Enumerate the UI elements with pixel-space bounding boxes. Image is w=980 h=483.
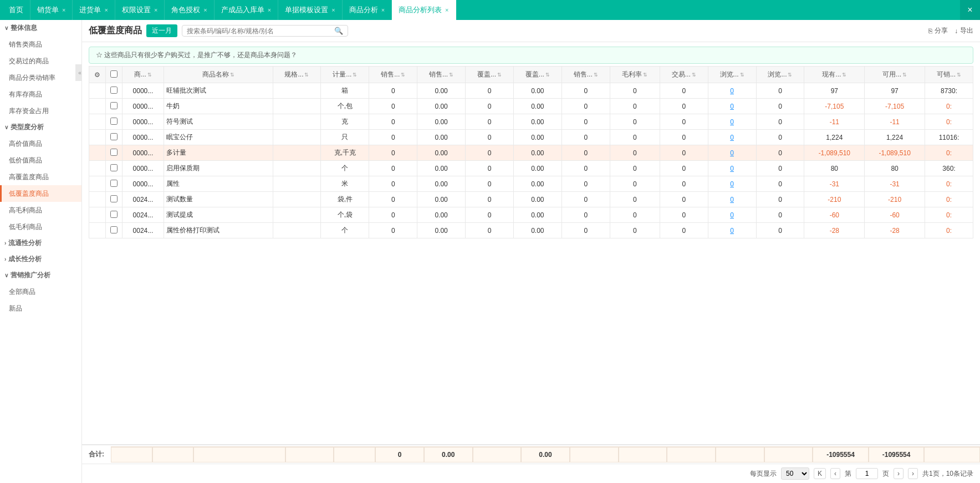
row-checkbox[interactable] [110, 180, 118, 187]
nav-tab-analysis-list[interactable]: 商品分析列表 × [392, 0, 456, 20]
last-page-button[interactable]: › [908, 468, 918, 479]
browse1-cell[interactable]: 0 [708, 83, 756, 99]
sidebar-section-flow[interactable]: › 流通性分析 [0, 235, 81, 251]
close-icon[interactable]: × [268, 7, 271, 13]
saleable-col-header[interactable]: 可销...⇅ [925, 67, 973, 83]
nav-tab-template[interactable]: 单据模板设置 × [278, 0, 342, 20]
browse2-col-header[interactable]: 浏览...⇅ [756, 67, 804, 83]
settings-icon[interactable]: ⚙ [94, 71, 100, 79]
sidebar-item-low-profit[interactable]: 低毛利商品 [0, 218, 81, 235]
available-col-header[interactable]: 可用...⇅ [865, 67, 925, 83]
close-icon[interactable]: × [381, 7, 385, 13]
checkbox-cell[interactable] [106, 207, 122, 223]
nav-tab-purchase[interactable]: 进货单 × [73, 0, 115, 20]
sidebar-section-marketing[interactable]: ∨ 营销推广分析 [0, 267, 81, 283]
row-checkbox[interactable] [110, 226, 118, 233]
settings-col-header[interactable]: ⚙ [89, 67, 106, 83]
close-icon[interactable]: × [203, 7, 207, 13]
spec-col-header[interactable]: 规格...⇅ [273, 67, 321, 83]
search-input[interactable] [187, 27, 332, 35]
sidebar-item-traded-goods[interactable]: 交易过的商品 [0, 53, 81, 69]
current-col-header[interactable]: 现有...⇅ [804, 67, 865, 83]
sidebar-section-type[interactable]: ∨ 类型度分析 [0, 119, 81, 135]
sidebar-item-new-goods[interactable]: 新品 [0, 300, 81, 317]
coverage2-col-header[interactable]: 覆盖...⇅ [513, 67, 562, 83]
browse1-cell[interactable]: 0 [708, 145, 756, 161]
sales-extra-col-header[interactable]: 销售...⇅ [562, 67, 610, 83]
first-page-button[interactable]: K [814, 468, 826, 479]
code-col-header[interactable]: 商...⇅ [122, 67, 164, 83]
sales-amount-col-header[interactable]: 销售...⇅ [417, 67, 466, 83]
sidebar-section-growth[interactable]: › 成长性分析 [0, 251, 81, 267]
sidebar-item-capital-usage[interactable]: 库存资金占用 [0, 103, 81, 119]
checkbox-col-header[interactable] [106, 67, 122, 83]
browse1-cell[interactable]: 0 [708, 130, 756, 145]
close-icon[interactable]: × [331, 7, 335, 13]
sidebar-item-low-value[interactable]: 低价值商品 [0, 152, 81, 169]
close-icon[interactable]: × [445, 7, 448, 13]
checkbox-cell[interactable] [106, 223, 122, 238]
select-all-checkbox[interactable] [110, 70, 118, 78]
checkbox-cell[interactable] [106, 99, 122, 114]
export-button[interactable]: ↓ 导出 [955, 26, 973, 35]
sidebar-section-overall[interactable]: ∨ 整体信息 [0, 20, 81, 36]
row-checkbox[interactable] [110, 164, 118, 171]
unit-col-header[interactable]: 计量...⇅ [321, 67, 369, 83]
row-checkbox[interactable] [110, 211, 118, 218]
window-close-button[interactable]: × [960, 0, 980, 20]
row-checkbox[interactable] [110, 118, 118, 125]
browse1-col-header[interactable]: 浏览...⇅ [708, 67, 756, 83]
browse1-cell[interactable]: 0 [708, 207, 756, 223]
sidebar-item-all-goods[interactable]: 全部商品 [0, 283, 81, 300]
checkbox-cell[interactable] [106, 130, 122, 145]
trade-col-header[interactable]: 交易...⇅ [660, 67, 708, 83]
browse1-cell[interactable]: 0 [708, 114, 756, 130]
browse1-cell[interactable]: 0 [708, 161, 756, 176]
close-icon[interactable]: × [62, 7, 65, 13]
close-icon[interactable]: × [154, 7, 157, 13]
sidebar-item-sales-goods[interactable]: 销售类商品 [0, 36, 81, 53]
page-input[interactable] [856, 468, 878, 479]
coverage1-col-header[interactable]: 覆盖...⇅ [466, 67, 514, 83]
checkbox-cell[interactable] [106, 83, 122, 99]
browse1-cell[interactable]: 0 [708, 99, 756, 114]
gross-rate-col-header[interactable]: 毛利率⇅ [610, 67, 660, 83]
browse1-cell[interactable]: 0 [708, 192, 756, 207]
checkbox-cell[interactable] [106, 145, 122, 161]
prev-page-button[interactable]: ‹ [830, 468, 840, 479]
row-checkbox[interactable] [110, 133, 118, 140]
per-page-select[interactable]: 50 20 100 [781, 467, 809, 480]
share-button[interactable]: ⎘ 分享 [928, 26, 948, 35]
nav-tab-role[interactable]: 角色授权 × [165, 0, 214, 20]
browse1-cell[interactable]: 0 [708, 176, 756, 192]
name-col-header[interactable]: 商品名称⇅ [164, 67, 273, 83]
row-checkbox[interactable] [110, 149, 118, 156]
search-icon[interactable]: 🔍 [334, 27, 343, 35]
gross-rate-cell: 0 [610, 223, 660, 238]
browse1-cell[interactable]: 0 [708, 223, 756, 238]
sidebar-item-low-coverage[interactable]: 低覆盖度商品 [0, 185, 81, 202]
sidebar-item-high-profit[interactable]: 高毛利商品 [0, 202, 81, 218]
checkbox-cell[interactable] [106, 114, 122, 130]
close-icon[interactable]: × [104, 7, 108, 13]
row-checkbox[interactable] [110, 195, 118, 202]
sidebar-collapse-button[interactable]: « [75, 64, 82, 81]
nav-tab-analysis[interactable]: 商品分析 × [343, 0, 392, 20]
checkbox-cell[interactable] [106, 192, 122, 207]
checkbox-cell[interactable] [106, 161, 122, 176]
checkbox-cell[interactable] [106, 176, 122, 192]
nav-tab-permission[interactable]: 权限设置 × [115, 0, 165, 20]
nav-tab-sales[interactable]: 销货单 × [30, 0, 73, 20]
sidebar-item-stock-goods[interactable]: 有库存商品 [0, 86, 81, 103]
sidebar-item-high-coverage[interactable]: 高覆盖度商品 [0, 169, 81, 185]
period-button[interactable]: 近一月 [146, 24, 177, 37]
row-checkbox[interactable] [110, 102, 118, 109]
sidebar-item-high-value[interactable]: 高价值商品 [0, 135, 81, 152]
code-cell: 0000... [122, 114, 164, 130]
sales-count-col-header[interactable]: 销售...⇅ [369, 67, 417, 83]
nav-tab-home[interactable]: 首页 [2, 0, 30, 20]
next-page-button[interactable]: › [894, 468, 904, 479]
sidebar-item-category-rate[interactable]: 商品分类动销率 [0, 69, 81, 86]
row-checkbox[interactable] [110, 87, 118, 94]
nav-tab-product[interactable]: 产成品入库单 × [215, 0, 278, 20]
